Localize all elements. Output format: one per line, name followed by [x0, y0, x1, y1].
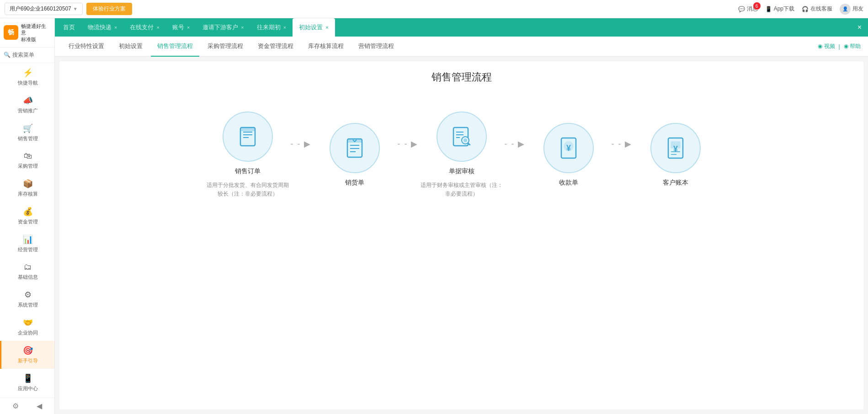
- logo-text: 畅捷通好生意 标准版: [21, 23, 51, 42]
- nav-tab-payment[interactable]: 在线支付×: [123, 18, 165, 37]
- sub-tab-sales-flow[interactable]: 销售管理流程: [151, 37, 199, 57]
- video-link[interactable]: ◉ 视频: [818, 42, 835, 50]
- search-label: 搜索菜单: [12, 51, 34, 59]
- nav-tab-logistics[interactable]: 物流快递×: [81, 18, 123, 37]
- close-tab-icon[interactable]: ×: [283, 25, 286, 30]
- close-tab-icon[interactable]: ×: [156, 25, 159, 30]
- avatar: 👤: [840, 4, 851, 15]
- flow-item-receipt[interactable]: ¥ 收款单: [527, 123, 610, 187]
- nav-tab-label: 邀请下游客户: [202, 23, 238, 32]
- headset-icon: 🎧: [802, 6, 809, 12]
- messages-item[interactable]: 💬 消息 6: [738, 5, 758, 13]
- nav-tab-invite[interactable]: 邀请下游客户×: [196, 18, 250, 37]
- flow-name-sales-invoice: 销货单: [345, 179, 364, 187]
- content-area: 销售管理流程 销售订单 适用于分批发货、有合同发货周期较长（注：非必要流程） -…: [59, 61, 863, 409]
- app-label: App下载: [774, 5, 794, 13]
- sub-tab-inventory-flow[interactable]: 库存核算流程: [302, 37, 350, 57]
- flow-item-customer-account[interactable]: ¥ 客户账本: [634, 123, 717, 187]
- sidebar-item-system-mgmt[interactable]: ⚙ 系统管理: [0, 285, 54, 313]
- svg-rect-4: [240, 127, 255, 131]
- user-select[interactable]: 用户690企业1660120507 ▼: [5, 3, 83, 15]
- app-download-item[interactable]: 📱 App下载: [765, 5, 794, 13]
- flow-chart: 销售订单 适用于分批发货、有合同发货周期较长（注：非必要流程） - - ▶ 销货…: [69, 102, 854, 207]
- flow-item-doc-review[interactable]: 单据审核 适用于财务审核或主管审核（注：非必要流程）: [421, 111, 503, 198]
- sub-tab-finance-flow[interactable]: 资金管理流程: [251, 37, 300, 57]
- logo-icon: 畅: [4, 25, 18, 40]
- system-mgmt-icon: ⚙: [24, 290, 32, 300]
- sub-tab-marketing-flow[interactable]: 营销管理流程: [352, 37, 400, 57]
- user-avatar-item[interactable]: 👤 用友: [840, 4, 863, 15]
- operation-icon: 📊: [23, 234, 33, 244]
- settings-icon[interactable]: ⚙: [12, 402, 19, 410]
- sidebar-item-inventory[interactable]: 📦 库存核算: [0, 174, 54, 202]
- sidebar-item-new-guide[interactable]: 🎯 新手引导: [0, 341, 54, 369]
- sidebar-item-purchase-mgmt[interactable]: 🛍 采购管理: [0, 147, 54, 174]
- sidebar-items: ⚡ 快捷导航 📣 营销推广 🛒 销售管理 🛍 采购管理 📦 库存核算 💰 资金管…: [0, 63, 54, 398]
- messages-badge: 6: [753, 2, 761, 10]
- flow-item-sales-invoice[interactable]: 销货单: [314, 123, 396, 187]
- sidebar-item-quick-nav[interactable]: ⚡ 快捷导航: [0, 63, 54, 91]
- basic-info-icon: 🗂: [24, 262, 32, 272]
- sub-tab-industry[interactable]: 行业特性设置: [62, 37, 111, 57]
- quick-nav-icon: ⚡: [23, 68, 33, 78]
- separator: |: [839, 43, 840, 50]
- close-tab-icon[interactable]: ×: [187, 25, 190, 30]
- search-icon: 🔍: [4, 52, 11, 58]
- help-link[interactable]: ◉ 帮助: [844, 42, 861, 50]
- service-item[interactable]: 🎧 在线客服: [802, 5, 832, 13]
- nav-tab-period[interactable]: 往来期初×: [250, 18, 293, 37]
- close-tab-icon[interactable]: ×: [325, 25, 328, 30]
- svg-point-15: [463, 138, 467, 142]
- nav-tab-label: 首页: [63, 23, 75, 32]
- main: 首页物流快递×在线支付×账号×邀请下游客户×往来期初×初始设置×× 行业特性设置…: [55, 18, 868, 414]
- sidebar: 畅 畅捷通好生意 标准版 🔍 搜索菜单 ⚡ 快捷导航 📣 营销推广 🛒 销售管理…: [0, 18, 55, 414]
- sidebar-item-sales-mgmt[interactable]: 🛒 销售管理: [0, 119, 54, 147]
- user-select-label: 用户690企业1660120507: [10, 5, 71, 13]
- sidebar-item-marketing-promo[interactable]: 📣 营销推广: [0, 91, 54, 119]
- app-center-icon: 📱: [23, 373, 33, 383]
- flow-name-receipt: 收款单: [559, 179, 578, 187]
- flow-item-sales-order[interactable]: 销售订单 适用于分批发货、有合同发货周期较长（注：非必要流程）: [207, 111, 289, 198]
- sidebar-item-label: 采购管理: [18, 163, 38, 170]
- nav-tab-account[interactable]: 账号×: [166, 18, 196, 37]
- message-icon: 💬: [738, 6, 745, 12]
- user-name: 用友: [852, 5, 863, 13]
- flow-arrow-2: - - ▶: [505, 138, 526, 149]
- chevron-down-icon: ▼: [73, 6, 78, 11]
- new-guide-icon: 🎯: [23, 345, 33, 356]
- sidebar-item-label: 营销推广: [18, 107, 38, 114]
- flow-circle-receipt: ¥: [543, 123, 594, 173]
- flow-desc-sales-order: 适用于分批发货、有合同发货周期较长（注：非必要流程）: [207, 181, 289, 198]
- app-icon: 📱: [765, 6, 772, 12]
- collapse-icon[interactable]: ◀: [37, 402, 42, 410]
- nav-tab-home[interactable]: 首页: [57, 18, 81, 37]
- sidebar-item-enterprise-coop[interactable]: 🤝 企业协同: [0, 313, 54, 341]
- flow-desc-doc-review: 适用于财务审核或主管审核（注：非必要流程）: [421, 181, 503, 198]
- sidebar-item-label: 资金管理: [18, 218, 38, 225]
- sub-tab-purchase-flow[interactable]: 采购管理流程: [201, 37, 250, 57]
- nav-tab-label: 账号: [172, 23, 184, 32]
- layout: 畅 畅捷通好生意 标准版 🔍 搜索菜单 ⚡ 快捷导航 📣 营销推广 🛒 销售管理…: [0, 18, 868, 414]
- sidebar-search[interactable]: 🔍 搜索菜单: [0, 48, 54, 63]
- sidebar-item-label: 基础信息: [18, 274, 38, 281]
- sub-tab-init-settings[interactable]: 初始设置: [112, 37, 149, 57]
- sidebar-item-label: 经营管理: [18, 246, 38, 253]
- sidebar-item-label: 系统管理: [18, 302, 38, 308]
- trial-button[interactable]: 体验行业方案: [86, 3, 132, 15]
- sidebar-bottom: ⚙ ◀: [0, 398, 54, 414]
- sidebar-item-basic-info[interactable]: 🗂 基础信息: [0, 258, 54, 285]
- top-bar-left: 用户690企业1660120507 ▼ 体验行业方案: [5, 3, 738, 15]
- inventory-icon: 📦: [23, 179, 33, 189]
- sidebar-item-app-center[interactable]: 📱 应用中心: [0, 369, 54, 397]
- sidebar-item-operation[interactable]: 📊 经营管理: [0, 230, 54, 258]
- sidebar-item-finance[interactable]: 💰 资金管理: [0, 202, 54, 230]
- close-all-button[interactable]: ×: [853, 23, 866, 32]
- flow-circle-sales-invoice: [330, 123, 380, 173]
- nav-tabs: 首页物流快递×在线支付×账号×邀请下游客户×往来期初×初始设置××: [55, 18, 868, 37]
- flow-arrow-0: - - ▶: [291, 138, 312, 149]
- nav-tab-init[interactable]: 初始设置×: [293, 18, 335, 37]
- marketing-promo-icon: 📣: [23, 96, 33, 106]
- close-tab-icon[interactable]: ×: [241, 25, 244, 30]
- flow-arrow-3: - - ▶: [612, 138, 633, 149]
- close-tab-icon[interactable]: ×: [114, 25, 117, 30]
